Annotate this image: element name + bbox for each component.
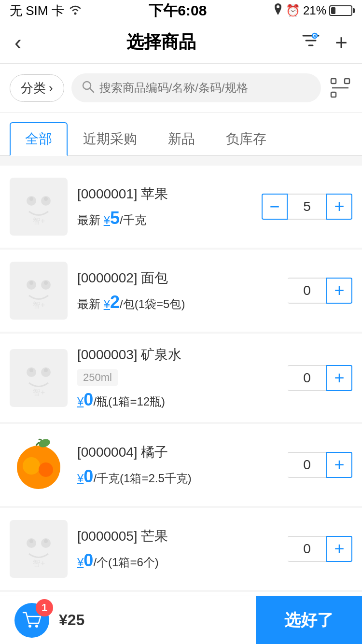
- price-suffix: /千克: [120, 213, 146, 226]
- list-item: 智+ [0000002] 面包 最新 ¥2/包(1袋=5包) +: [0, 250, 362, 332]
- battery-icon: [329, 5, 352, 16]
- svg-point-21: [44, 281, 48, 285]
- svg-point-20: [29, 281, 33, 285]
- product-spec: 250ml: [77, 369, 118, 386]
- nav-bar: ‹ 选择商品 +: [0, 21, 362, 64]
- bottom-bar: 1 ¥25 选好了: [0, 596, 362, 644]
- price-suffix: /瓶(1箱=12瓶): [93, 395, 165, 408]
- search-box[interactable]: [71, 73, 321, 102]
- svg-text:智+: 智+: [33, 388, 45, 396]
- wifi-icon: [68, 3, 83, 18]
- product-name: [0000003] 矿泉水: [77, 346, 278, 364]
- page-title: 选择商品: [126, 30, 196, 54]
- search-input[interactable]: [99, 81, 311, 95]
- quantity-increase-button[interactable]: +: [326, 278, 352, 304]
- confirm-button[interactable]: 选好了: [256, 596, 362, 644]
- svg-text:智+: 智+: [33, 217, 45, 225]
- quantity-increase-button[interactable]: +: [326, 194, 352, 220]
- price-value: 0: [84, 550, 93, 570]
- filter-icon[interactable]: [301, 32, 320, 53]
- tab-recent[interactable]: 近期采购: [68, 122, 153, 156]
- quantity-control: − +: [262, 194, 352, 220]
- cart-button[interactable]: 1: [14, 603, 49, 638]
- quantity-increase-button[interactable]: +: [326, 536, 352, 562]
- quantity-input[interactable]: [288, 452, 326, 478]
- alarm-icon: ⏰: [286, 4, 300, 17]
- product-info: [0000005] 芒果 ¥0/个(1箱=6个): [77, 527, 278, 571]
- product-name: [0000002] 面包: [77, 269, 278, 287]
- product-image: 智+: [10, 262, 68, 320]
- quantity-control: +: [288, 365, 352, 391]
- price-value: 0: [84, 466, 93, 486]
- product-image: 智+: [10, 520, 68, 578]
- price-prefix: 最新: [77, 297, 104, 310]
- quantity-increase-button[interactable]: +: [326, 452, 352, 478]
- add-icon[interactable]: +: [335, 30, 348, 55]
- tab-negative[interactable]: 负库存: [210, 122, 282, 156]
- quantity-input[interactable]: [288, 536, 326, 562]
- price-currency: ¥: [77, 395, 84, 408]
- quantity-decrease-button[interactable]: −: [262, 194, 288, 220]
- tab-new[interactable]: 新品: [153, 122, 210, 156]
- svg-point-15: [29, 197, 33, 201]
- svg-point-16: [44, 197, 48, 201]
- nav-actions: +: [301, 30, 348, 55]
- svg-point-25: [29, 368, 33, 372]
- price-suffix: /个(1箱=6个): [93, 556, 158, 569]
- category-chevron-icon: ›: [49, 81, 53, 96]
- svg-point-0: [74, 12, 76, 14]
- back-button[interactable]: ‹: [14, 30, 22, 55]
- price-prefix: 最新: [77, 213, 104, 226]
- product-list: 智+ [0000001] 苹果 最新 ¥5/千克 − + 智+: [0, 166, 362, 644]
- scan-button[interactable]: [328, 76, 352, 100]
- product-info: [0000004] 橘子 ¥0/千克(1箱=2.5千克): [77, 443, 278, 487]
- product-price: ¥0/个(1箱=6个): [77, 550, 278, 571]
- svg-line-8: [90, 88, 94, 92]
- cart-total: ¥25: [59, 611, 84, 629]
- price-suffix: /包(1袋=5包): [120, 297, 185, 310]
- category-label: 分类: [21, 80, 46, 97]
- svg-text:智+: 智+: [33, 301, 45, 309]
- product-price: ¥0/瓶(1箱=12瓶): [77, 390, 278, 410]
- svg-point-29: [23, 457, 40, 475]
- quantity-input[interactable]: [288, 278, 326, 304]
- location-icon: [273, 3, 283, 18]
- search-icon: [81, 80, 95, 97]
- cart-badge: 1: [36, 599, 53, 616]
- price-currency: ¥: [77, 556, 84, 569]
- status-time: 下午6:08: [149, 1, 207, 21]
- quantity-input[interactable]: [288, 194, 326, 220]
- price-value: 5: [110, 208, 120, 228]
- list-item: 智+ [0000003] 矿泉水 250ml ¥0/瓶(1箱=12瓶) +: [0, 334, 362, 422]
- svg-point-45: [35, 625, 38, 628]
- product-info: [0000002] 面包 最新 ¥2/包(1袋=5包): [77, 269, 278, 312]
- product-image: 智+: [10, 178, 68, 236]
- carrier-label: 无 SIM 卡: [10, 2, 64, 19]
- svg-rect-10: [345, 79, 349, 84]
- price-currency: ¥: [77, 472, 84, 485]
- price-currency: ¥: [104, 213, 110, 226]
- product-name: [0000005] 芒果: [77, 527, 278, 546]
- price-suffix: /千克(1箱=2.5千克): [93, 472, 191, 485]
- svg-point-30: [39, 462, 53, 477]
- svg-point-35: [44, 539, 48, 543]
- price-value: 0: [84, 390, 93, 409]
- cart-area: 1 ¥25: [0, 603, 256, 638]
- status-bar: 无 SIM 卡 下午6:08 ⏰ 21%: [0, 0, 362, 21]
- quantity-input[interactable]: [288, 365, 326, 391]
- tab-all[interactable]: 全部: [10, 122, 68, 156]
- svg-rect-11: [331, 92, 336, 97]
- filter-bar: 分类 ›: [0, 64, 362, 112]
- product-price: 最新 ¥2/包(1袋=5包): [77, 292, 278, 312]
- svg-point-34: [29, 539, 33, 543]
- product-image: [10, 436, 68, 494]
- list-item: 智+ [0000005] 芒果 ¥0/个(1箱=6个) +: [0, 508, 362, 590]
- status-left: 无 SIM 卡: [10, 2, 83, 19]
- quantity-control: +: [288, 278, 352, 304]
- product-name: [0000001] 苹果: [77, 185, 252, 203]
- product-info: [0000001] 苹果 最新 ¥5/千克: [77, 185, 252, 228]
- quantity-control: +: [288, 536, 352, 562]
- category-button[interactable]: 分类 ›: [10, 74, 64, 102]
- svg-point-44: [28, 625, 31, 628]
- quantity-increase-button[interactable]: +: [326, 365, 352, 391]
